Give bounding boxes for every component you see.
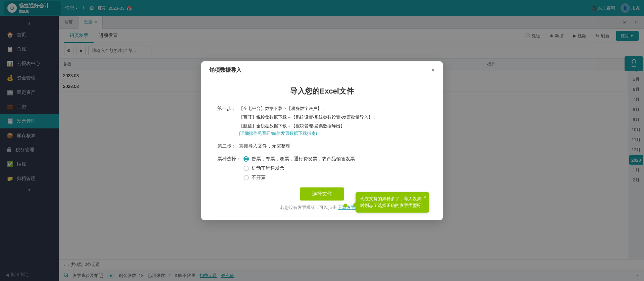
ticket-option-motor[interactable]: 机动车销售发票 — [244, 165, 355, 171]
ticket-option-normal-label: 普票，专票，卷票，通行费发票，农产品销售发票 — [252, 156, 355, 162]
radio-none — [244, 175, 249, 180]
download-hint-text: 若您没有发票模版，可以点击 — [280, 205, 337, 210]
step1-line-1: 【全电平台】数据下载→【税务数字账户】； — [239, 104, 377, 113]
ticket-selection: 票种选择： 普票，专票，卷票，通行费发票，农产品销售发票 机动车销售 — [217, 156, 427, 181]
dialog-header: 销项数据导入 × — [201, 61, 443, 78]
step1-line-3: 【航信】金税盘数据下载→【报税管理-发票数据导出】； — [239, 122, 377, 130]
step2-label: 第二步： — [217, 143, 236, 149]
import-dialog: 销项数据导入 × 导入您的Excel文件 第一步： 【全电平台】数据下载→【税务… — [201, 61, 443, 220]
ticket-option-none[interactable]: 不开票 — [244, 175, 355, 181]
tooltip-connector-dot — [343, 204, 347, 208]
ticket-option-normal[interactable]: 普票，专票，卷票，通行费发票，农产品销售发票 — [244, 156, 355, 162]
step1-guide-link[interactable]: (详细操作见百旺/航信发票数据下载指南) — [239, 131, 317, 136]
radio-normal — [244, 156, 249, 162]
ticket-option-none-label: 不开票 — [252, 175, 266, 181]
tooltip-text: 现在支持的票种多了，导入发票时别忘了选择正确的发票类型呀! — [360, 196, 423, 208]
step1-label: 第一步： — [217, 106, 236, 112]
step-2-section: 第二步： 直接导入文件，无需整理 — [217, 143, 427, 149]
ticket-label: 票种选择： — [217, 156, 241, 162]
tooltip-close-button[interactable]: × — [424, 194, 427, 200]
ticket-option-motor-label: 机动车销售发票 — [252, 165, 284, 171]
radio-motor — [244, 166, 249, 171]
select-file-button[interactable]: 选择文件 — [300, 187, 344, 201]
dialog-close-button[interactable]: × — [431, 67, 435, 74]
step1-line-2: 【百旺】税控盘数据下载→【系统设置-系统参数设置-发票批量导入】； — [239, 113, 377, 122]
step2-content: 直接导入文件，无需整理 — [239, 143, 290, 149]
tooltip-bubble: × 现在支持的票种多了，导入发票时别忘了选择正确的发票类型呀! — [356, 192, 429, 213]
dialog-big-title: 导入您的Excel文件 — [217, 86, 427, 96]
step-1-section: 第一步： 【全电平台】数据下载→【税务数字账户】； 【百旺】税控盘数据下载→【系… — [217, 104, 427, 136]
dialog-title: 销项数据导入 — [209, 67, 241, 74]
modal-overlay: 销项数据导入 × 导入您的Excel文件 第一步： 【全电平台】数据下载→【税务… — [0, 0, 644, 281]
